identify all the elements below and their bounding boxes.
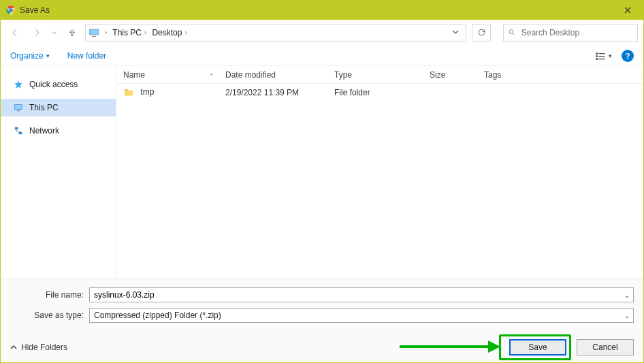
annotation-arrow: [400, 341, 500, 353]
up-button[interactable]: [63, 24, 81, 42]
svg-rect-15: [15, 127, 18, 130]
address-bar[interactable]: › This PC› Desktop›: [85, 24, 466, 42]
nav-quick-access[interactable]: Quick access: [1, 76, 116, 93]
organize-menu[interactable]: Organize▾: [10, 51, 50, 61]
svg-rect-8: [596, 58, 598, 60]
star-icon: [13, 79, 24, 90]
navigation-pane: Quick access This PC Network: [1, 66, 116, 279]
filename-history-dropdown[interactable]: ⌄: [621, 291, 633, 299]
file-row[interactable]: tmp 2/19/2022 11:39 PM File folder: [116, 84, 643, 101]
svg-rect-16: [19, 132, 22, 135]
search-input[interactable]: [520, 27, 633, 38]
col-date[interactable]: Date modified: [219, 70, 327, 80]
svg-rect-13: [15, 105, 22, 109]
window-title: Save As: [20, 5, 50, 15]
file-list: Name⌃ Date modified Type Size Tags tmp 2…: [116, 66, 643, 279]
monitor-icon: [13, 102, 24, 113]
new-folder-button[interactable]: New folder: [67, 51, 106, 61]
close-button[interactable]: [612, 1, 643, 20]
column-headers: Name⌃ Date modified Type Size Tags: [116, 66, 643, 84]
col-name[interactable]: Name⌃: [116, 70, 219, 80]
nav-label: Network: [29, 126, 59, 136]
filename-input[interactable]: [90, 290, 621, 300]
nav-network[interactable]: Network: [1, 122, 116, 140]
svg-rect-4: [92, 35, 95, 36]
svg-point-5: [509, 30, 513, 34]
network-icon: [13, 125, 24, 136]
svg-rect-11: [598, 59, 605, 59]
svg-point-1: [9, 8, 13, 12]
sort-asc-icon: ⌃: [209, 73, 214, 80]
search-box[interactable]: [503, 24, 638, 42]
svg-rect-9: [598, 53, 605, 54]
nav-label: This PC: [29, 103, 59, 112]
filetype-dropdown[interactable]: ⌄: [621, 312, 633, 319]
address-history-dropdown[interactable]: [448, 28, 463, 37]
file-type: File folder: [327, 88, 423, 97]
view-options-button[interactable]: ▾: [595, 51, 612, 61]
col-tags[interactable]: Tags: [477, 70, 545, 80]
svg-rect-7: [596, 55, 598, 57]
col-size[interactable]: Size: [423, 70, 477, 80]
chevron-up-icon: [10, 344, 17, 351]
folder-icon: [123, 87, 134, 98]
this-pc-icon: [88, 27, 99, 38]
svg-rect-14: [17, 110, 20, 111]
help-button[interactable]: ?: [622, 50, 634, 62]
breadcrumb-separator[interactable]: ›: [102, 29, 110, 36]
breadcrumb-current[interactable]: Desktop›: [149, 28, 189, 37]
svg-rect-6: [596, 52, 598, 54]
file-date: 2/19/2022 11:39 PM: [219, 88, 327, 97]
save-as-dialog: Save As › This PC› Desktop›: [0, 0, 644, 363]
cancel-button[interactable]: Cancel: [577, 339, 634, 356]
forward-button[interactable]: [28, 24, 46, 42]
search-icon: [508, 28, 516, 37]
refresh-button[interactable]: [472, 24, 491, 42]
titlebar: Save As: [1, 1, 643, 20]
nav-label: Quick access: [29, 80, 78, 89]
filetype-label: Save as type:: [10, 311, 89, 320]
back-button[interactable]: [6, 24, 24, 42]
breadcrumb-root[interactable]: This PC›: [110, 28, 149, 37]
filetype-field[interactable]: Compressed (zipped) Folder (*.zip) ⌄: [89, 308, 634, 323]
command-bar: Organize▾ New folder ▾ ?: [1, 46, 643, 66]
hide-folders-toggle[interactable]: Hide Folders: [10, 343, 67, 352]
annotation-highlight: Save: [499, 334, 571, 360]
nav-this-pc[interactable]: This PC: [1, 99, 116, 116]
bottom-panel: File name: ⌄ Save as type: Compressed (z…: [1, 279, 643, 362]
filename-field[interactable]: ⌄: [89, 287, 634, 302]
nav-row: › This PC› Desktop›: [1, 20, 643, 46]
recent-dropdown[interactable]: [50, 24, 59, 42]
filename-label: File name:: [10, 290, 89, 300]
filetype-value: Compressed (zipped) Folder (*.zip): [90, 311, 621, 320]
file-name: tmp: [140, 87, 154, 97]
col-type[interactable]: Type: [327, 70, 423, 80]
svg-rect-3: [90, 29, 98, 34]
svg-rect-10: [598, 56, 605, 57]
chrome-icon: [6, 5, 16, 15]
save-button[interactable]: Save: [509, 339, 566, 356]
